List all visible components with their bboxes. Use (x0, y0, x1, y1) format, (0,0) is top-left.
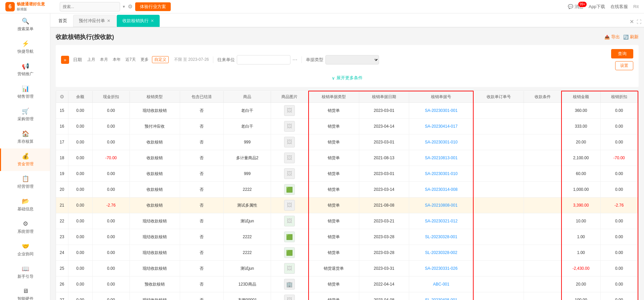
td-order-no (473, 134, 524, 150)
td-settled: 否 (180, 198, 223, 213)
bill-no-link[interactable]: SA-20230301-010 (425, 171, 458, 176)
td-product: 2222 (224, 229, 271, 245)
sidebar-item-system[interactable]: ⚙ 系统管理 (0, 216, 50, 239)
sidebar-item-basic[interactable]: 📂 基础信息 (0, 194, 50, 216)
filter-action-buttons: 查询 设置 (611, 49, 633, 70)
bill-no-link[interactable]: SA-20230414-017 (425, 124, 458, 129)
sidebar-label-inventory: 库存核算 (17, 139, 34, 144)
td-product-img: 🟩 (271, 229, 309, 245)
tab-prepay[interactable]: 预付冲应付单 ✕ (73, 15, 116, 27)
td-bill-type: 销货单 (309, 229, 359, 245)
th-gear[interactable]: ⚙ (56, 91, 68, 103)
bill-no-link[interactable]: SA-20230314-008 (425, 187, 458, 192)
sidebar-item-inventory[interactable]: 🏠 库存核算 (0, 126, 50, 148)
td-discount: 0.00 (92, 229, 129, 245)
filter-partner-input[interactable] (237, 55, 290, 65)
table-row: 17 0.00 0.00 收款核销 否 999 🖼 销货单 2023-03-01… (56, 134, 638, 150)
bill-no-link[interactable]: SL-20230328-002 (425, 250, 457, 255)
filter-toggle-button[interactable]: » (61, 56, 69, 64)
top-search-input[interactable] (60, 2, 120, 11)
sidebar-item-finance[interactable]: 💰 资金管理 (0, 148, 50, 171)
td-discount: 0.00 (92, 103, 129, 119)
td-bill-no: SA-20230314-008 (409, 182, 473, 198)
purchase-icon: 🛒 (22, 108, 29, 115)
sidebar-item-marketing[interactable]: 📢 营销推广 (0, 58, 50, 81)
filter-date-more[interactable]: 更多 (139, 56, 150, 63)
message-badge[interactable]: 💬 消息 99+ (568, 4, 583, 10)
refresh-button[interactable]: 🔄 刷新 (623, 34, 639, 40)
user-label[interactable]: Rit (633, 4, 639, 9)
td-pay-cond (524, 182, 561, 198)
bill-no-link[interactable]: SA-20230301-001 (425, 108, 458, 113)
td-id: 27 (56, 292, 68, 300)
sidebar-item-quick[interactable]: ⚡ 快捷导航 (0, 36, 50, 58)
sidebar-item-sales[interactable]: 📊 销售管理 (0, 81, 50, 103)
td-type: 现结收款核销 (130, 229, 180, 245)
td-settled: 否 (180, 213, 223, 229)
close-tab-icon[interactable]: ✕ (630, 18, 634, 25)
td-type: 收款核销 (130, 166, 180, 182)
sidebar-item-search[interactable]: 🔍 搜索菜单 (0, 13, 50, 36)
page-content: 收款核销执行(按收款) 📤 导出 🔄 刷新 » 日期 (50, 28, 644, 300)
filter-date-this-month[interactable]: 本月 (99, 56, 109, 63)
bill-no-link[interactable]: SA-20210808-001 (425, 203, 458, 208)
bill-no-link[interactable]: SA-20230331-026 (425, 266, 458, 271)
app-download-link[interactable]: App下载 (589, 4, 605, 10)
td-bill-type: 销货单 (309, 150, 359, 166)
product-image: 🖼 (284, 121, 295, 132)
basic-icon: 📂 (22, 198, 29, 205)
industry-solution-button[interactable]: 体验行业方案 (135, 2, 171, 11)
bill-no-link[interactable]: SA-20210813-001 (425, 156, 458, 160)
tab-prepay-close[interactable]: ✕ (107, 18, 110, 23)
td-balance: 0.00 (68, 166, 92, 182)
sidebar-item-guide[interactable]: 📖 新手引导 (0, 261, 50, 284)
td-amount: 20.00 (561, 276, 600, 292)
td-id: 23 (56, 229, 68, 245)
expand-tab-icon[interactable]: ⛶ (637, 19, 641, 25)
filter-date-last-month[interactable]: 上月 (86, 56, 97, 63)
filter-partner-field: 往来单位 ··· (217, 55, 298, 65)
export-button[interactable]: 📤 导出 (604, 34, 620, 40)
settings-button[interactable]: 设置 (615, 61, 633, 70)
td-order-no (473, 276, 524, 292)
column-settings-icon[interactable]: ⚙ (60, 94, 64, 99)
td-bill-no: SL-20230408-001 (409, 292, 473, 300)
bill-no-link[interactable]: SL-20230328-001 (425, 234, 457, 239)
filter-date-this-year[interactable]: 本年 (111, 56, 122, 63)
product-image: 🖼 (284, 216, 295, 226)
td-type: 收款核销 (130, 150, 180, 166)
filter-bill-type-select[interactable] (325, 55, 379, 65)
gear-icon[interactable]: ⚙ (128, 3, 132, 10)
tab-writeoff-close[interactable]: ✕ (151, 18, 154, 23)
td-id: 18 (56, 150, 68, 166)
td-order-no (473, 261, 524, 276)
sidebar-label-collab: 企业协同 (17, 251, 34, 257)
filter-date-custom[interactable]: 自定义 (152, 56, 169, 63)
td-bill-no: SA-20230301-010 (409, 134, 473, 150)
sidebar-item-purchase[interactable]: 🛒 采购管理 (0, 103, 50, 126)
bill-no-link[interactable]: SL-20230408-001 (425, 298, 457, 300)
td-product-img: 🖼 (271, 103, 309, 119)
bill-no-link[interactable]: ABC-001 (433, 282, 449, 287)
query-button[interactable]: 查询 (611, 49, 633, 58)
sidebar-item-operation[interactable]: 📋 经营管理 (0, 171, 50, 194)
td-product-img: 🖼 (271, 134, 309, 150)
td-product: 2222 (224, 182, 271, 198)
th-bill-no: 核销单据号 (409, 91, 473, 103)
bill-no-link[interactable]: SA-20230321-012 (425, 219, 458, 223)
tab-home[interactable]: 首页 (53, 15, 72, 27)
filter-expand-button[interactable]: ∨ 展开更多条件 (332, 75, 363, 81)
td-id: 19 (56, 166, 68, 182)
filter-date-7days[interactable]: 近7天 (124, 56, 137, 63)
online-service-link[interactable]: 在线客服 (610, 4, 628, 10)
tab-writeoff[interactable]: 收款核销执行 ✕ (117, 15, 160, 27)
filter-date-options: 上月 本月 本年 近7天 更多 自定义 (86, 56, 169, 63)
sidebar-item-collab[interactable]: 🤝 企业协同 (0, 239, 50, 261)
td-type: 收款核销 (130, 134, 180, 150)
bill-no-link[interactable]: SA-20230301-010 (425, 140, 458, 144)
td-order-no (473, 198, 524, 213)
td-writeoff: -70.00 (600, 150, 638, 166)
dropdown-icon[interactable]: ▾ (123, 4, 125, 9)
sidebar-item-hardware[interactable]: 🖥 智能硬件 (0, 284, 50, 300)
filter-partner-more[interactable]: ··· (292, 56, 298, 63)
